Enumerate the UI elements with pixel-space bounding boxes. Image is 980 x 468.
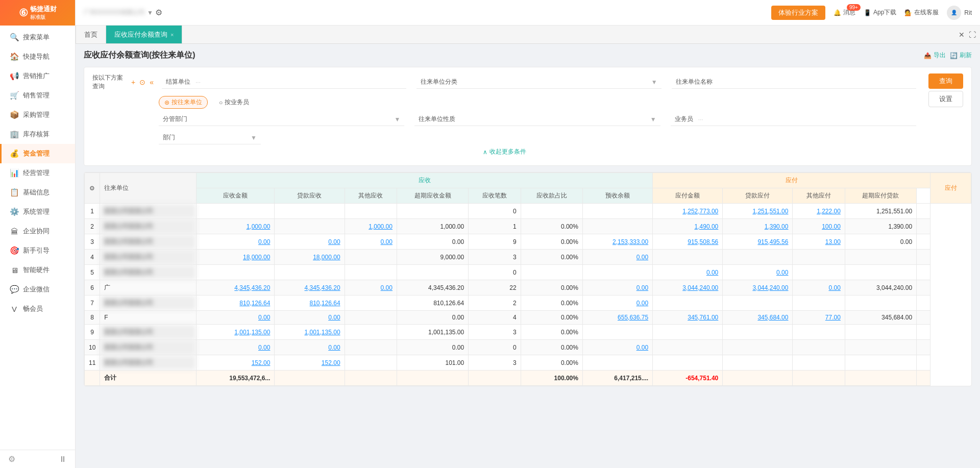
footer-payable-amount: -654,751.40 [653,371,723,386]
promo-button[interactable]: 体验行业方案 [771,6,825,20]
message-button[interactable]: 🔔 消息 99+ [834,8,855,17]
breadcrumb-company: 广州XXXXXX有限公司 [84,8,145,17]
sidebar-item-label: 企业协同 [23,227,50,236]
enterprise-icon: 🏛 [10,227,19,236]
filter-settings-icon[interactable]: ⊙ [139,78,145,86]
sidebar-item-vip[interactable]: V 畅会员 [0,299,75,318]
col-payable-loan-header: 贷款应付 [723,188,793,204]
table-row[interactable]: 1某某公司某某公司01,252,773.001,251,551.001,222.… [85,204,971,219]
sidebar-item-hardware[interactable]: 🖥 智能硬件 [0,260,75,280]
table-row[interactable]: 6广4,345,436.204,345,436.200.004,345,436.… [85,280,971,295]
dept-manager-arrow[interactable]: ▼ [394,116,400,123]
filter-row-4: 部门 ▼ [92,131,916,144]
sidebar-item-system[interactable]: ⚙️ 系统管理 [0,202,75,221]
partner-category-arrow[interactable]: ▼ [651,79,657,86]
sidebar-item-finance[interactable]: 💰 资金管理 [0,144,75,163]
sidebar-item-sales[interactable]: 🛒 销售管理 [0,86,75,105]
avatar[interactable]: 👤 [947,6,961,20]
tab-maximize-icon[interactable]: ⛶ [969,31,976,39]
table-row[interactable]: 5某某公司某某公司00.000.00 [85,265,971,280]
dept-manager-label: 分管部门 [163,115,187,124]
sidebar-item-wechat[interactable]: 💬 企业微信 [0,280,75,299]
guide-icon: 🎯 [10,246,19,255]
sidebar-item-label: 快捷导航 [23,52,50,61]
table-row[interactable]: 3某某公司某某公司0.000.000.000.0090.00%2,153,333… [85,234,971,250]
data-table-container: ⚙ 往来单位 应收 应付 应付 应收金额 贷款应收 其他应收 超期应收金额 应收… [84,172,972,386]
partner-category-label: 往来单位分类 [421,78,457,86]
customer-service-button[interactable]: 💁 在线客服 [904,8,939,17]
export-icon: 📤 [924,52,932,59]
sidebar-item-search[interactable]: 🔍 搜索菜单 [0,28,75,47]
sidebar-item-label: 采购管理 [23,110,50,119]
table-row[interactable]: 9某某公司某某公司1,001,135.001,001,135.001,001,1… [85,325,971,340]
partner-nature-label: 往来单位性质 [419,115,455,124]
sidebar-item-basic[interactable]: 📋 基础信息 [0,183,75,202]
logo-text: 畅捷通财 [30,5,57,14]
dept-arrow[interactable]: ▼ [251,134,257,141]
sidebar-item-guide[interactable]: 🎯 新手引导 [0,241,75,260]
table-row[interactable]: 7某某公司某某公司810,126.64810,126.64810,126.642… [85,295,971,311]
add-filter-icon[interactable]: + [131,78,135,86]
sidebar-item-label: 资金管理 [23,149,50,158]
breadcrumb: 广州XXXXXX有限公司 ▼ ⚙ [84,8,771,17]
app-download-button[interactable]: 📱 App下载 [864,8,896,17]
table-row[interactable]: 10某某公司某某公司0.000.000.0000.00%0.00 [85,340,971,355]
tab-close-icon[interactable]: × [170,32,174,38]
table-row[interactable]: 11某某公司某某公司152.00152.00101.0030.00% [85,355,971,371]
sidebar: ⑥ 畅捷通财 标准版 🔍 搜索菜单 🏠 快捷导航 📢 营销推广 🛒 销售管理 📦… [0,0,76,468]
refresh-icon: 🔄 [950,52,958,59]
app-icon: 📱 [864,9,871,16]
service-label: 在线客服 [914,8,939,17]
sidebar-item-inventory[interactable]: 🏢 库存核算 [0,125,75,144]
settings-footer-icon[interactable]: ⚙ [8,454,15,464]
radio-icon: ○ [219,99,223,106]
table-row[interactable]: 8F0.000.000.0040.00%655,636.75345,761.00… [85,311,971,325]
col-overdue-payable-header: 超期应付贷款 [845,188,916,204]
username[interactable]: Rit [964,9,972,16]
sidebar-item-label: 基础信息 [23,188,50,197]
hardware-icon: 🖥 [10,266,19,275]
query-button[interactable]: 查询 [928,73,963,89]
sidebar-item-business[interactable]: 📊 经营管理 [0,163,75,183]
sidebar-item-purchase[interactable]: 📦 采购管理 [0,105,75,125]
filter-section-label: 按以下方案查询 + ⊙ « [92,73,154,91]
tab-close-window-icon[interactable]: ✕ [959,31,965,39]
sidebar-item-label: 企业微信 [23,285,50,294]
info-icon: 📋 [10,188,19,197]
tabbar-controls: ✕ ⛶ [954,26,980,43]
tab-home-label: 首页 [84,30,97,39]
filter-option-by-salesman[interactable]: ○ 按业务员 [214,96,254,108]
col-settings-header[interactable]: ⚙ [85,173,100,204]
tab-query-label: 应收应付余额查询 [114,30,167,39]
sidebar-item-enterprise[interactable]: 🏛 企业协同 [0,221,75,241]
header-gear-icon[interactable]: ⚙ [155,8,162,17]
partner-name-input[interactable] [716,79,912,86]
sidebar-item-quicknav[interactable]: 🏠 快捷导航 [0,47,75,66]
tab-home[interactable]: 首页 [76,26,106,43]
warehouse-icon: 🏢 [10,130,19,139]
partner-nature-arrow[interactable]: ▼ [650,116,656,123]
col-receivable-loan-header: 贷款应收 [275,188,345,204]
page-title-actions: 📤 导出 🔄 刷新 [924,51,972,60]
filter-row-1: 按以下方案查询 + ⊙ « 结算单位 ··· 往来 [92,73,916,91]
filter-section-text: 按以下方案查询 [92,73,127,91]
collapse-more-button[interactable]: ∧ 收起更多条件 [92,144,916,159]
query-buttons: 查询 设置 [928,73,963,107]
filter-collapse-icon[interactable]: « [150,78,154,86]
chart-icon: 📊 [10,168,19,178]
table-row[interactable]: 2某某公司某某公司1,000.001,000.001,000.0010.00%1… [85,219,971,234]
partner-name-label: 往来单位名称 [676,78,713,86]
sidebar-item-marketing[interactable]: 📢 营销推广 [0,66,75,86]
tab-bar: 首页 应收应付余额查询 × ✕ ⛶ [76,26,980,44]
col-receivable-group-header: 应收 [197,173,653,188]
filter-fields: 按以下方案查询 + ⊙ « 结算单位 ··· 往来 [92,73,916,159]
refresh-button[interactable]: 🔄 刷新 [950,51,972,60]
settings-button[interactable]: 设置 [928,91,963,107]
table-scroll[interactable]: ⚙ 往来单位 应收 应付 应付 应收金额 贷款应收 其他应收 超期应收金额 应收… [84,173,971,386]
filter-option-by-partner[interactable]: ⊛ 按往来单位 [159,96,208,109]
export-button[interactable]: 📤 导出 [924,51,946,60]
footer-receivable-amount: 19,553,472,6... [197,371,275,386]
collapse-sidebar-icon[interactable]: ⏸ [59,455,67,464]
table-row[interactable]: 4某某公司某某公司18,000.0018,000.009,000.0030.00… [85,250,971,265]
tab-query[interactable]: 应收应付余额查询 × [106,26,182,43]
